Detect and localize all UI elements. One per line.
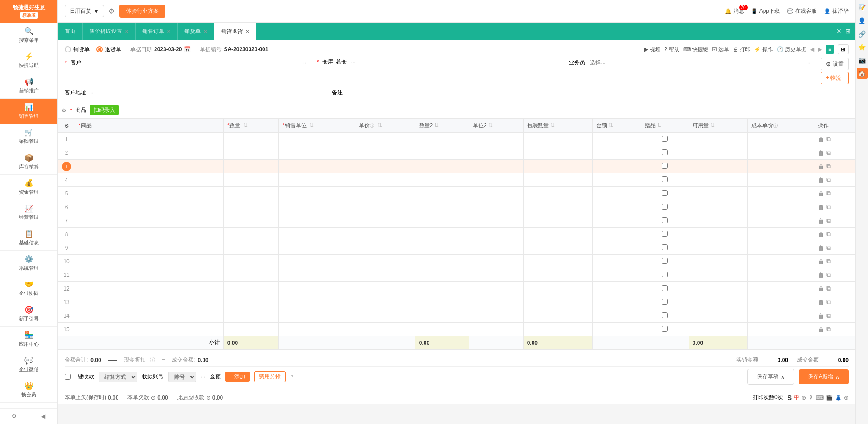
copy-icon[interactable]: ⧉ (826, 298, 831, 306)
date-value[interactable]: 2023-03-20 (154, 46, 182, 52)
cost-unit-cell[interactable] (747, 146, 814, 160)
close-icon[interactable]: ✕ (125, 29, 128, 34)
copy-icon[interactable]: ⧉ (826, 230, 831, 238)
delete-icon[interactable]: 🗑 (818, 258, 824, 265)
gift-checkbox[interactable] (645, 149, 685, 155)
unit2-cell-new[interactable] (469, 160, 523, 173)
cost-unit-cell[interactable] (747, 133, 814, 146)
sidebar-item-guide[interactable]: 🎯 新手引导 (0, 301, 57, 327)
close-icon[interactable]: ✕ (167, 29, 170, 34)
sort-icon-amount[interactable]: ⇅ (609, 122, 613, 129)
unit-price-cell[interactable] (355, 133, 415, 146)
gift-checkbox[interactable] (645, 272, 685, 277)
add-row-btn[interactable]: + (62, 162, 71, 171)
radio-sales[interactable]: 销货单 (65, 46, 90, 53)
close-icon[interactable]: ✕ (203, 29, 207, 34)
sidebar-item-member[interactable]: 👑 畅会员 (0, 377, 57, 403)
gift-checkbox-new[interactable] (645, 163, 685, 169)
customer-more-btn[interactable]: ··· (303, 60, 308, 66)
product-input[interactable] (79, 136, 220, 143)
delete-icon[interactable]: 🗑 (818, 204, 824, 211)
save-draft-btn[interactable]: 保存草稿 ∧ (747, 369, 794, 385)
tool-icon-2[interactable]: ⊕ (802, 395, 806, 401)
sales-unit-cell[interactable] (278, 133, 355, 146)
tab-sales-return[interactable]: 销货退货 ✕ (214, 23, 256, 40)
select-btn[interactable]: ☑ 选单 (712, 46, 729, 53)
right-panel-notes-icon[interactable]: 📝 (857, 2, 868, 13)
pack-qty-cell-new[interactable] (523, 160, 593, 173)
sort-icon-pack[interactable]: ⇅ (550, 122, 555, 129)
customer-input[interactable] (84, 58, 299, 67)
settings-btn[interactable]: ⚙ 设置 (821, 58, 849, 70)
qty2-cell[interactable] (415, 146, 469, 160)
notification-btn[interactable]: 🔔 70 消息 (725, 7, 744, 15)
staff-input[interactable] (588, 58, 803, 67)
unit-price-cell-new[interactable] (355, 160, 415, 173)
right-panel-link-icon[interactable]: 🔗 (857, 29, 868, 39)
right-panel-photo-icon[interactable]: 📷 (857, 55, 868, 66)
sidebar-item-search[interactable]: 🔍 搜索菜单 (0, 23, 57, 48)
qty-cell-new[interactable] (223, 160, 278, 173)
amount-cell-new[interactable] (593, 160, 641, 173)
sales-unit-cell-new[interactable] (278, 160, 355, 173)
tab-sales-delivery[interactable]: 销货单 ✕ (178, 23, 214, 40)
user-info[interactable]: 👤 徐泽华 (824, 7, 849, 15)
delete-icon[interactable]: 🗑 (818, 163, 824, 170)
copy-icon[interactable]: ⧉ (826, 271, 831, 279)
topbar-settings-icon[interactable]: ⚙ (108, 7, 115, 15)
gift-checkbox[interactable] (645, 299, 685, 305)
unit-price-cell[interactable] (355, 146, 415, 160)
amount-cell[interactable] (593, 146, 641, 160)
unit2-cell[interactable] (469, 146, 523, 160)
close-icon[interactable]: ✕ (245, 29, 249, 34)
copy-icon[interactable]: ⧉ (826, 135, 831, 143)
delete-icon[interactable]: 🗑 (818, 244, 824, 252)
qty2-cell-new[interactable] (415, 160, 469, 173)
tab-sales-order[interactable]: 销售订单 ✕ (136, 23, 178, 40)
right-panel-home-icon[interactable]: 🏠 (857, 68, 868, 79)
grid-view-icon[interactable]: ⊞ (838, 44, 849, 54)
operate-btn[interactable]: ⚡ 操作 (754, 46, 773, 53)
delete-icon[interactable]: 🗑 (818, 272, 824, 279)
delete-icon[interactable]: 🗑 (818, 285, 824, 292)
radio-return[interactable]: 退货单 (96, 46, 121, 53)
qty2-cell[interactable] (415, 133, 469, 146)
tab-home[interactable]: 首页 (58, 23, 83, 40)
sidebar-item-basic[interactable]: 📋 基础信息 (0, 225, 57, 251)
copy-icon[interactable]: ⧉ (826, 257, 831, 265)
sort-icon-gift[interactable]: ⇅ (657, 122, 661, 129)
sidebar-item-purchase[interactable]: 🛒 采购管理 (0, 124, 57, 149)
sort-icon-qty2[interactable]: ⇅ (434, 122, 439, 129)
industry-select[interactable]: 日用百货 ▼ (65, 5, 104, 17)
delete-icon[interactable]: 🗑 (818, 176, 824, 184)
copy-icon[interactable]: ⧉ (826, 190, 831, 197)
address-more-btn[interactable]: ··· (90, 90, 95, 96)
gift-cell-new[interactable] (641, 160, 689, 173)
app-download-btn[interactable]: 📱 App下载 (751, 7, 780, 15)
tab-close-all-icon[interactable]: ✕ (836, 28, 842, 35)
prev-icon[interactable]: ◀ (810, 46, 814, 52)
product-cell[interactable] (75, 146, 224, 160)
gift-checkbox[interactable] (645, 326, 685, 332)
copy-icon[interactable]: ⧉ (826, 217, 831, 224)
copy-icon[interactable]: ⧉ (826, 325, 831, 333)
next-icon[interactable]: ▶ (818, 46, 822, 52)
sort-icon-price[interactable]: ⇅ (377, 122, 382, 129)
delete-icon[interactable]: 🗑 (818, 326, 824, 333)
sidebar-item-marketing[interactable]: 📢 营销推广 (0, 73, 57, 99)
gift-checkbox[interactable] (645, 258, 685, 264)
sidebar-item-operation[interactable]: 📈 经营管理 (0, 200, 57, 225)
add-row-btn-cell[interactable]: + (58, 160, 75, 173)
help-icon[interactable]: ? (290, 374, 293, 380)
sort-icon-available[interactable]: ⇅ (710, 122, 715, 129)
tab-expand-icon[interactable]: ⊞ (845, 28, 851, 35)
video-btn[interactable]: ▶ 视频 (644, 46, 660, 53)
available-cell[interactable] (689, 146, 747, 160)
copy-icon[interactable]: ⧉ (826, 285, 831, 292)
sidebar-item-sales[interactable]: 📊 销售管理 (0, 99, 57, 124)
gift-checkbox[interactable] (645, 176, 685, 182)
gift-checkbox[interactable] (645, 190, 685, 196)
tool-icon-1[interactable]: 中 (794, 394, 799, 401)
right-panel-star-icon[interactable]: ⭐ (857, 42, 868, 52)
sidebar-item-shortcut[interactable]: ⚡ 快捷导航 (0, 48, 57, 73)
